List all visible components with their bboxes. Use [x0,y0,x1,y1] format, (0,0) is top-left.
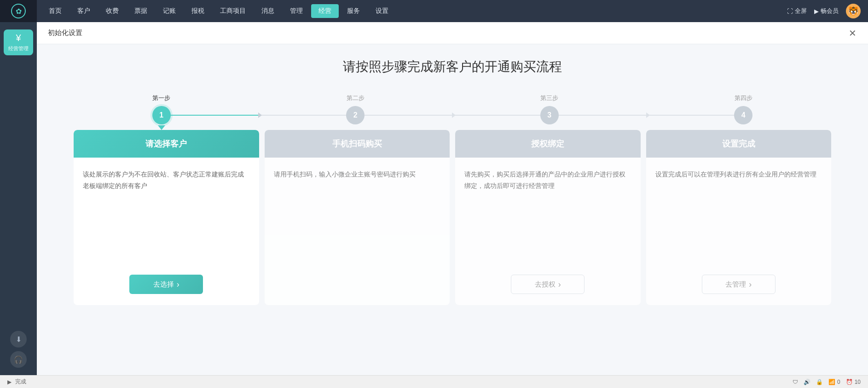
volume-status: 🔊 [804,379,810,385]
step-3-card: 授权绑定 请先购买，购买后选择开通的产品中的企业用户进行授权绑定，成功后即可进行… [455,130,641,305]
step-4-circle: 4 [734,106,752,124]
page-header: 初始化设置 ✕ [37,22,868,44]
step-1-card-footer: 去选择 › [74,267,259,305]
main-title: 请按照步骤完成新客户的开通购买流程 [55,58,850,76]
step-2-circle: 2 [346,106,365,124]
main-content-area: 初始化设置 ✕ 请按照步骤完成新客户的开通购买流程 第一步 1 [37,22,868,375]
status-bar-right: 🛡 🔊 🔒 📶 0 ⏰ 10 [793,379,861,385]
step-4-header: 第四步 4 [647,94,841,130]
step-3-circle: 3 [540,106,559,124]
nav-invoice[interactable]: 票据 [127,4,155,18]
step-2-card: 手机扫码购买 请用手机扫码，输入小微企业主账号密码进行购买 [265,130,450,305]
nav-manage[interactable]: 管理 [283,4,310,18]
nav-message[interactable]: 消息 [254,4,282,18]
support-button[interactable]: 🎧 [10,351,27,368]
content-area: 请按照步骤完成新客户的开通购买流程 第一步 1 [37,44,868,375]
step-4-card-footer: 去管理 › [646,267,832,305]
operation-icon: ¥ [16,33,21,43]
status-bar-left: ▶ 完成 [7,378,26,386]
step-3-card-header: 授权绑定 [455,130,641,158]
nav-fee[interactable]: 收费 [98,4,126,18]
network-icon: 📶 [828,379,835,385]
sidebar-bottom: ⬇ 🎧 [10,331,27,375]
go-authorize-label: 去授权 [535,280,556,289]
volume-icon: 🔊 [804,379,810,385]
step-1-circle: 1 [152,106,171,124]
download-icon: ⬇ [16,335,22,344]
headset-icon: 🎧 [14,355,23,364]
step-4-card-body: 设置完成后可以在管理列表进行所有企业用户的经营管理 [646,158,832,267]
step-2-card-header: 手机扫码购买 [265,130,450,158]
cards-row: 请选择客户 该处展示的客户为不在回收站、客户状态正常建账后完成老板端绑定的所有客… [64,130,840,305]
go-manage-label: 去管理 [725,280,746,289]
step-1-pointer [158,125,165,130]
nav-home[interactable]: 首页 [41,4,69,18]
step-1-card-header: 请选择客户 [74,130,259,158]
go-authorize-arrow: › [558,280,561,289]
logo-area: ✿ [0,0,37,22]
logo-icon: ✿ [11,4,26,18]
step-2-header: 第二步 2 [259,94,453,130]
steps-header-row: 第一步 1 第二步 [64,94,840,130]
play-icon: ▶ [7,379,12,385]
fullscreen-button[interactable]: ⛶ 全屏 [787,7,807,15]
member-label: 畅会员 [821,7,839,15]
step-4-card: 设置完成 设置完成后可以在管理列表进行所有企业用户的经营管理 去管理 › [646,130,832,305]
nav-settings[interactable]: 设置 [368,4,396,18]
time-status: ⏰ 10 [846,379,861,385]
go-authorize-button[interactable]: 去授权 › [511,275,584,294]
nav-tax[interactable]: 报税 [184,4,212,18]
go-select-arrow: › [177,280,179,289]
go-manage-button[interactable]: 去管理 › [702,275,775,294]
lock-status: 🔒 [816,379,823,385]
steps-section: 第一步 1 第二步 [55,94,850,305]
close-button[interactable]: ✕ [848,29,857,38]
step-1-label: 第一步 [152,94,170,102]
network-status: 📶 0 [828,379,840,385]
status-text: 完成 [15,378,26,386]
shield-icon: 🛡 [793,379,798,385]
nav-right-area: ⛶ 全屏 ▶ 畅会员 🐯 [787,4,868,18]
fullscreen-label: 全屏 [795,7,807,15]
page-title: 初始化设置 [48,29,82,37]
time-value: 10 [855,379,861,385]
step-3-card-footer: 去授权 › [455,267,641,305]
nav-operation[interactable]: 经营 [311,4,339,18]
download-button[interactable]: ⬇ [10,331,27,347]
nav-customer[interactable]: 客户 [70,4,98,18]
time-icon: ⏰ [846,379,853,385]
go-select-button[interactable]: 去选择 › [129,275,203,294]
step-2-card-body: 请用手机扫码，输入小微企业主账号密码进行购买 [265,158,450,287]
member-button[interactable]: ▶ 畅会员 [814,7,839,15]
status-bar: ▶ 完成 🛡 🔊 🔒 📶 0 ⏰ 10 [0,375,868,388]
sidebar-item-operation[interactable]: ¥ 经营管理 [4,29,33,55]
shield-status: 🛡 [793,379,798,385]
nav-menu: 首页 客户 收费 票据 记账 报税 工商项目 消息 管理 经营 服务 设置 [37,4,787,18]
network-value: 0 [837,379,840,385]
step-2-card-footer [265,287,450,305]
sidebar-label-operation: 经营管理 [8,45,29,52]
step-1-header: 第一步 1 [64,94,259,130]
step-4-label: 第四步 [735,94,752,102]
fullscreen-icon: ⛶ [787,8,793,15]
step-3-header: 第三步 3 [452,94,647,130]
step-4-card-header: 设置完成 [646,130,832,158]
play-icon: ▶ [814,8,819,15]
step-2-label: 第二步 [347,94,365,102]
step-3-card-body: 请先购买，购买后选择开通的产品中的企业用户进行授权绑定，成功后即可进行经营管理 [455,158,641,267]
step-3-label: 第三步 [540,94,558,102]
avatar[interactable]: 🐯 [846,4,861,18]
main-layout: ¥ 经营管理 ⬇ 🎧 初始化设置 ✕ 请按照步骤完成新客户的开通购买流程 [0,22,868,375]
sidebar: ¥ 经营管理 ⬇ 🎧 [0,22,37,375]
top-navigation: ✿ 首页 客户 收费 票据 记账 报税 工商项目 消息 管理 经营 服务 设置 … [0,0,868,22]
lock-icon: 🔒 [816,379,823,385]
step-1-card: 请选择客户 该处展示的客户为不在回收站、客户状态正常建账后完成老板端绑定的所有客… [74,130,259,305]
nav-business[interactable]: 工商项目 [213,4,253,18]
nav-accounting[interactable]: 记账 [156,4,183,18]
go-manage-arrow: › [749,280,752,289]
go-select-label: 去选择 [153,280,174,289]
nav-service[interactable]: 服务 [340,4,367,18]
step-1-card-body: 该处展示的客户为不在回收站、客户状态正常建账后完成老板端绑定的所有客户 [74,158,259,267]
